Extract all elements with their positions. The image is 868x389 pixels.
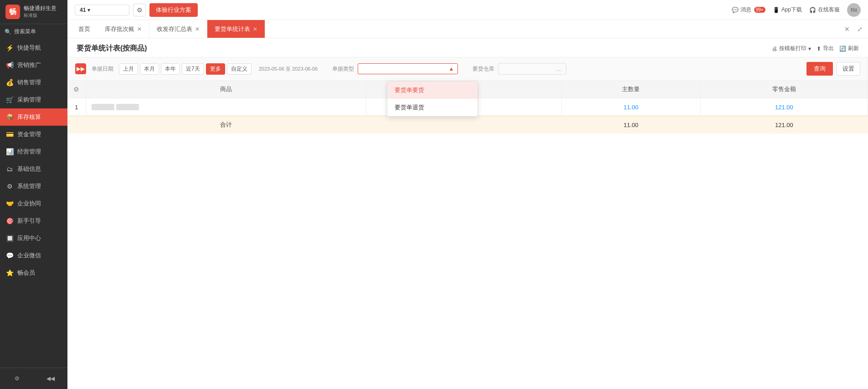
th-quantity: 主数量 [561, 81, 700, 98]
date-btn-this-year[interactable]: 本年 [161, 63, 180, 75]
export-button[interactable]: ⬆ 导出 [817, 45, 834, 52]
member-icon: ⭐ [5, 269, 14, 277]
sidebar-item-label: 畅会员 [17, 269, 35, 277]
date-btn-last-7-days[interactable]: 近7天 [182, 63, 204, 75]
footer-quantity: 11.00 [561, 116, 700, 134]
topbar-gear-button[interactable]: ⚙ [133, 4, 146, 16]
print-chevron-icon: ▾ [808, 46, 811, 52]
sidebar-item-purchase[interactable]: 🛒 采购管理 [0, 91, 67, 108]
chevron-down-icon: ▾ [87, 7, 90, 13]
sidebar-item-marketing[interactable]: 📢 营销推广 [0, 56, 67, 74]
sidebar-item-quick-nav[interactable]: ⚡ 快捷导航 [0, 39, 67, 56]
page-content: 要货单统计表(按商品) 🖨 按模板打印 ▾ ⬆ 导出 🔄 刷新 ▶▶ [67, 38, 868, 389]
sidebar-item-label: 企业微信 [17, 251, 41, 260]
tab-home[interactable]: 首页 [71, 20, 98, 38]
sidebar-item-sales[interactable]: 💰 销售管理 [0, 74, 67, 91]
print-icon: 🖨 [772, 46, 777, 52]
messages-button[interactable]: 💬 消息 99+ [732, 6, 765, 14]
filter-settings-button[interactable]: 设置 [837, 62, 860, 76]
tab-actions: ✕ ⤢ [842, 26, 864, 33]
print-template-button[interactable]: 🖨 按模板打印 ▾ [772, 45, 811, 52]
sidebar-settings-btn[interactable]: ⚙ [0, 372, 34, 385]
sidebar-item-system[interactable]: ⚙ 系统管理 [0, 178, 67, 195]
sidebar-item-guide[interactable]: 🎯 新手引导 [0, 212, 67, 230]
trial-button[interactable]: 体验行业方案 [149, 3, 198, 17]
tab-order-stats[interactable]: 要货单统计表 ✕ [207, 20, 265, 38]
tab-close-all-icon[interactable]: ✕ [842, 26, 852, 33]
company-select[interactable]: 41 ▾ [75, 5, 129, 15]
download-icon: 📱 [773, 7, 780, 13]
filter-type-section: 单据类型 ▲ [332, 63, 458, 74]
service-icon: 🎧 [809, 7, 816, 13]
sidebar-item-label: 快捷导航 [17, 44, 41, 52]
logo-name: 畅捷通好生意 [24, 5, 56, 12]
dropdown-item-order-return[interactable]: 要货单退货 [387, 99, 478, 116]
sidebar-search[interactable]: 🔍 搜索菜单 [0, 24, 67, 39]
type-dropdown-menu: 要货单要货 要货单退货 [387, 81, 478, 117]
row-product [86, 98, 366, 116]
sidebar-item-wechat[interactable]: 💬 企业微信 [0, 247, 67, 264]
sidebar: 畅 畅捷通好生意 标准版 🔍 搜索菜单 ⚡ 快捷导航 📢 营销推广 💰 销售管理… [0, 0, 67, 389]
date-btn-last-month[interactable]: 上月 [119, 63, 138, 75]
type-select[interactable]: ▲ [358, 63, 458, 74]
row-quantity: 11.00 [561, 98, 700, 116]
footer-retail-amount: 121.00 [700, 116, 868, 134]
date-btn-custom[interactable]: 自定义 [227, 63, 252, 75]
column-settings-icon[interactable]: ⚙ [73, 86, 79, 93]
product-placeholder [92, 104, 360, 110]
date-range-display: 2023-05-06 至 2023-06-06 [259, 66, 318, 72]
sidebar-item-finance[interactable]: 💳 资金管理 [0, 126, 67, 143]
sidebar-logo: 畅 畅捷通好生意 标准版 [0, 0, 67, 24]
tab-close-order-stats[interactable]: ✕ [253, 26, 257, 32]
sidebar-item-enterprise[interactable]: 🤝 企业协同 [0, 195, 67, 212]
dropdown-item-order-goods[interactable]: 要货单要货 [387, 82, 478, 99]
online-service-label: 在线客服 [818, 6, 840, 14]
type-label: 单据类型 [332, 65, 354, 73]
sidebar-collapse-btn[interactable]: ◀◀ [34, 372, 67, 385]
wechat-icon: 💬 [5, 251, 14, 260]
messages-label: 消息 [740, 6, 751, 14]
logo-version: 标准版 [24, 12, 56, 19]
enterprise-icon: 🤝 [5, 200, 14, 208]
date-btn-this-month[interactable]: 本月 [140, 63, 159, 75]
app-center-icon: 🔲 [5, 234, 14, 242]
app-download-button[interactable]: 📱 App下载 [773, 6, 802, 14]
tab-inventory-batch[interactable]: 库存批次账 ✕ [98, 20, 149, 38]
footer-label: 合计 [86, 116, 366, 134]
tab-expand-icon[interactable]: ⤢ [855, 26, 864, 33]
refresh-button[interactable]: 🔄 刷新 [839, 45, 859, 52]
tab-receive-summary[interactable]: 收发存汇总表 ✕ [149, 20, 207, 38]
sidebar-item-label: 库存核算 [17, 113, 41, 121]
sidebar-item-label: 经营管理 [17, 148, 41, 156]
page-actions: 🖨 按模板打印 ▾ ⬆ 导出 🔄 刷新 [772, 45, 859, 52]
sidebar-item-basic[interactable]: 🗂 基础信息 [0, 160, 67, 178]
sidebar-item-app-center[interactable]: 🔲 应用中心 [0, 230, 67, 247]
export-icon: ⬆ [817, 46, 821, 52]
sidebar-item-member[interactable]: ⭐ 畅会员 [0, 264, 67, 282]
footer-empty-2 [366, 116, 561, 134]
system-icon: ⚙ [5, 182, 14, 190]
warehouse-section: 要货仓库 … [473, 63, 566, 75]
th-product: 商品 [86, 81, 366, 98]
sidebar-item-operations[interactable]: 📊 经营管理 [0, 143, 67, 160]
warehouse-label: 要货仓库 [473, 65, 494, 73]
guide-icon: 🎯 [5, 217, 14, 225]
query-button[interactable]: 查询 [806, 62, 833, 76]
warehouse-input[interactable]: … [498, 63, 566, 75]
message-badge: 99+ [754, 7, 765, 13]
more-options-icon[interactable]: … [556, 65, 562, 72]
user-avatar[interactable]: Rit [847, 3, 861, 17]
operations-icon: 📊 [5, 148, 14, 156]
filter-toggle-button[interactable]: ▶▶ [75, 63, 86, 74]
filter-buttons: 查询 设置 [806, 62, 860, 76]
sidebar-item-label: 营销推广 [17, 61, 41, 69]
date-label: 单据日期 [92, 65, 113, 73]
tab-close-inventory-batch[interactable]: ✕ [137, 26, 142, 32]
purchase-icon: 🛒 [5, 96, 14, 104]
online-service-button[interactable]: 🎧 在线客服 [809, 6, 840, 14]
sidebar-item-inventory[interactable]: 📦 库存核算 [0, 108, 67, 126]
tab-close-receive-summary[interactable]: ✕ [195, 26, 200, 32]
date-btn-more[interactable]: 更多 [206, 63, 225, 75]
page-header: 要货单统计表(按商品) 🖨 按模板打印 ▾ ⬆ 导出 🔄 刷新 [67, 38, 868, 57]
logo-icon: 畅 [5, 5, 20, 19]
